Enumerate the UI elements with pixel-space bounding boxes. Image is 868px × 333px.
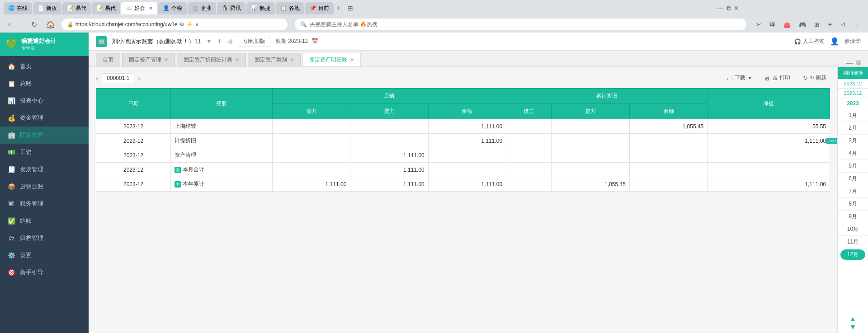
back-btn[interactable]: ‹ (5, 19, 13, 29)
scroll-down-icon[interactable]: ▼ (849, 323, 857, 331)
undo-btn[interactable]: ↺ (838, 20, 849, 29)
sidebar-item-finance[interactable]: 💰 资金管理 (0, 109, 89, 127)
app-wrapper: 💚 畅捷通好会计 专业版 🏠 首页 📋 总账 📊 报表中心 💰 资金管理 (0, 33, 868, 333)
add-company-btn[interactable]: + (217, 37, 222, 46)
cut-btn[interactable]: ✂ (754, 20, 764, 29)
period-month-11[interactable]: 11月 (838, 236, 868, 249)
period-month-7[interactable]: 7月 (838, 185, 868, 198)
col-orig-debit: 借方 (272, 104, 350, 119)
col-net-value: 净值 (708, 89, 830, 119)
download-btn[interactable]: ↓ ↓ 下载 ▼ (722, 72, 756, 84)
tab-fixed-asset-mgmt[interactable]: 固定资产管理 ✕ (122, 53, 175, 66)
translate-btn[interactable]: 译 (767, 19, 778, 30)
expand-panel-btn[interactable]: ⧉ (856, 59, 861, 66)
cell-net-value: 1,111.00 (708, 177, 830, 192)
report-icon: 📊 (7, 97, 15, 105)
browser-tab-tax[interactable]: 👤 个税 (158, 2, 187, 14)
cell-orig-credit (350, 119, 428, 134)
close-window-btn[interactable]: ✕ (734, 5, 739, 12)
close-tab-asset-category[interactable]: ✕ (290, 57, 294, 63)
sidebar-item-payroll[interactable]: 💵 工资 (0, 144, 89, 161)
browser-tab-current[interactable]: 📌 目前 (305, 2, 334, 14)
cell-orig-debit (272, 134, 350, 148)
col-orig-balance: 余额 (428, 104, 506, 119)
user-name[interactable]: 徐泽华 (844, 38, 861, 45)
theme-btn[interactable]: ☀ (825, 20, 835, 29)
layout-btn[interactable]: ⊞ (811, 20, 822, 29)
cell-date: 2023-12 (96, 119, 171, 134)
next-page-btn[interactable]: › (138, 74, 140, 82)
search-input[interactable]: 🔍 央视更新主持人名单 🔥热搜 (295, 19, 746, 30)
restore-window-btn[interactable]: ⧉ (726, 5, 731, 12)
top-right-actions: 🎧 人工咨询 👤 徐泽华 (794, 37, 861, 46)
period-start-date[interactable]: 2023.12 (838, 79, 868, 89)
url-input[interactable]: 🔒 https://cloud.chanjet.com/accounting/u… (61, 19, 288, 30)
browser-tab-yidai2[interactable]: 📝 易代 (92, 2, 120, 14)
switch-version-btn[interactable]: 切到旧版 (239, 36, 270, 47)
close-tab-fixed-asset-mgmt[interactable]: ✕ (164, 57, 168, 63)
help-btn[interactable]: 🎧 人工咨询 (794, 38, 825, 45)
period-info: 账期 2023-12 📅 (276, 38, 318, 45)
sidebar-item-reports[interactable]: 📊 报表中心 (0, 92, 89, 109)
reload-btn[interactable]: ↻ (28, 19, 40, 30)
browser-tab-yidai1[interactable]: 📝 易代 (62, 2, 91, 14)
tab-asset-detail-ledger[interactable]: 固定资产明细账 ✕ (302, 53, 361, 66)
more-btn[interactable]: ⋮ (851, 20, 863, 29)
browser-tab-tencent[interactable]: 🐧 腾讯 (217, 2, 245, 14)
browser-tab-accounting[interactable]: ☁️ 好会 ✕ (121, 2, 157, 14)
refresh-btn[interactable]: ↻ ↻ 刷新 (799, 72, 830, 84)
sidebar-item-tutorial[interactable]: 🎯 新手引导 (0, 264, 89, 281)
sidebar-item-purchase-sales[interactable]: 📦 进销台账 (0, 178, 89, 195)
close-tab-asset-detail-ledger[interactable]: ✕ (350, 57, 354, 63)
home-btn[interactable]: 🏠 (43, 19, 58, 30)
period-month-10[interactable]: 10月 (838, 223, 868, 236)
sidebar-item-general-ledger[interactable]: 📋 总账 (0, 75, 89, 92)
forward-btn[interactable]: › (17, 19, 24, 29)
period-month-3[interactable]: 3月 (838, 135, 868, 147)
sidebar-item-closing[interactable]: ✅ 结账 (0, 212, 89, 230)
period-month-9[interactable]: 9月 (838, 211, 868, 223)
period-month-4[interactable]: 4月 (838, 147, 868, 160)
table-row: 2023-12 计提折旧 1,111.00 1,111.00 2023 (96, 134, 830, 148)
minimize-window-btn[interactable]: — (717, 5, 724, 12)
collapse-panel-btn[interactable]: — (846, 59, 853, 66)
settings-gear-icon[interactable]: ⚙ (227, 38, 233, 45)
sidebar-item-archive[interactable]: 🗂 归档管理 (0, 230, 89, 247)
print-btn[interactable]: 🖨 🖨 打印 (761, 72, 793, 84)
wallet-btn[interactable]: 👛 (781, 20, 793, 29)
period-month-1[interactable]: 1月 (838, 109, 868, 122)
cell-summary: 计提折旧 (171, 134, 273, 148)
tab-depreciation-stats[interactable]: 固定资产折旧统计表 ✕ (177, 53, 246, 66)
sidebar-item-settings[interactable]: ⚙️ 设置 (0, 247, 89, 264)
period-month-8[interactable]: 8月 (838, 198, 868, 211)
table-row: 2023-12 资产清理 1,111.00 (96, 148, 830, 163)
browser-tab-online[interactable]: 🌐 在线 (4, 2, 32, 14)
cell-dep-credit (552, 163, 629, 177)
game-btn[interactable]: 🎮 (796, 20, 809, 29)
period-month-2[interactable]: 2月 (838, 122, 868, 135)
browser-tab-changjie[interactable]: 📊 畅捷 (246, 2, 275, 14)
period-end-date[interactable]: 2023.12 (838, 89, 868, 98)
browser-tab-gedi[interactable]: 📋 各地 (276, 2, 304, 14)
browser-tab-new[interactable]: 📄 新版 (33, 2, 61, 14)
dropdown-icon[interactable]: ▼ (206, 38, 212, 45)
tab-asset-category[interactable]: 固定资产类别 ✕ (248, 53, 301, 66)
new-tab-btn[interactable]: + (336, 4, 341, 13)
prev-page-btn[interactable]: ‹ (96, 74, 98, 82)
period-month-6[interactable]: 6月 (838, 173, 868, 185)
period-year-2023[interactable]: 2023 (838, 98, 868, 109)
calendar-icon[interactable]: 📅 (311, 38, 318, 44)
close-tab-accounting[interactable]: ✕ (149, 5, 153, 11)
tutorial-icon: 🎯 (7, 268, 15, 277)
tab-home[interactable]: 首页 (96, 53, 120, 66)
sidebar-item-fixed-assets[interactable]: 🏢 固定资产 (0, 127, 89, 144)
period-month-5[interactable]: 5月 (838, 160, 868, 173)
browser-tab-enterprise[interactable]: 🏢 企业 (188, 2, 216, 14)
sidebar-item-home[interactable]: 🏠 首页 (0, 58, 89, 75)
period-month-12[interactable]: 12月 (840, 249, 865, 260)
close-tab-depreciation-stats[interactable]: ✕ (235, 57, 239, 63)
scroll-up-icon[interactable]: ▲ (849, 315, 857, 323)
tab-menu-btn[interactable]: ⊞ (348, 5, 353, 12)
sidebar-item-invoice[interactable]: 🧾 发票管理 (0, 161, 89, 178)
sidebar-item-tax-mgmt[interactable]: 🏛 税务管理 (0, 195, 89, 212)
